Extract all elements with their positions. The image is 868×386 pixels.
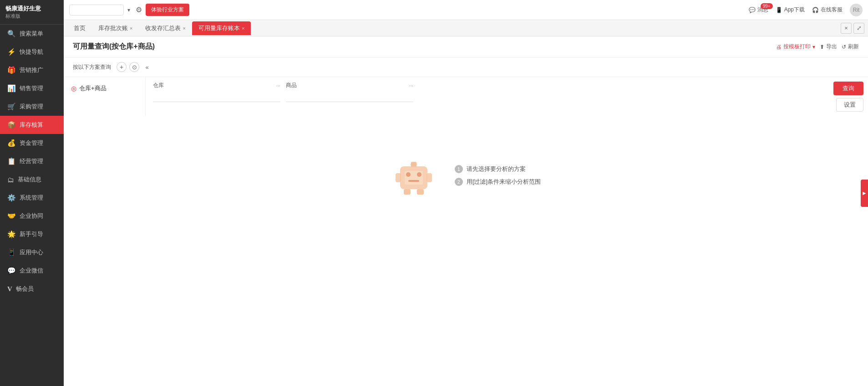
content-area: 可用量查询(按仓库+商品) 🖨 按模板打印 ▾ ⬆ 导出 ↺ 刷新 按以下方案 — [64, 36, 868, 386]
box-icon: 📦 — [7, 121, 16, 129]
sidebar-item-inventory[interactable]: 📦 库存核算 — [0, 116, 64, 134]
export-button[interactable]: ⬆ 导出 — [820, 43, 837, 51]
message-badge: 99+ — [761, 3, 773, 9]
query-filters: 仓库 ··· 商品 ··· — [146, 77, 829, 116]
filter-field-product: 商品 ··· — [286, 82, 413, 102]
query-button[interactable]: 查询 — [833, 82, 863, 95]
topbar-gear-icon[interactable]: ⚙ — [136, 5, 142, 14]
sidebar-item-label: 采购管理 — [20, 103, 43, 111]
sidebar-item-sales[interactable]: 📊 销售管理 — [0, 79, 64, 98]
sidebar-item-corpcollab[interactable]: 🤝 企业协同 — [0, 207, 64, 225]
mobile-icon: 📱 — [7, 248, 16, 257]
dropdown-icon[interactable]: ▾ — [126, 7, 132, 13]
message-icon: 💬 — [749, 7, 756, 13]
app-download-item[interactable]: 📱 App下载 — [776, 6, 805, 14]
tip-num-1: 1 — [455, 165, 463, 173]
sidebar-item-corpwechat[interactable]: 💬 企业微信 — [0, 262, 64, 280]
tab-available-ledger-close[interactable]: × — [242, 26, 244, 31]
empty-illustration — [391, 153, 437, 198]
warehouse-more[interactable]: ··· — [276, 83, 280, 88]
clipboard-icon: 📋 — [7, 157, 16, 165]
logo-sub: 标准版 — [5, 13, 58, 20]
expand-tab-button[interactable]: ⤢ — [853, 23, 864, 34]
product-more[interactable]: ··· — [409, 83, 413, 88]
sidebar-item-label: 经营管理 — [20, 157, 43, 165]
app-download-label: App下载 — [784, 6, 805, 14]
chat-icon: 💬 — [7, 267, 16, 275]
tab-available-ledger-label: 可用量库存账本 — [198, 24, 240, 32]
user-avatar[interactable]: Rit — [850, 4, 863, 16]
sidebar-item-label: 库存核算 — [20, 121, 43, 129]
tab-home[interactable]: 首页 — [67, 21, 92, 35]
tip-num-2: 2 — [455, 178, 463, 186]
sidebar-item-label: 系统管理 — [20, 194, 43, 202]
shortcut-icon: ⚡ — [7, 48, 16, 56]
tab-receipt-summary-label: 收发存汇总表 — [145, 24, 181, 32]
scheme-item-warehouse-product[interactable]: ◎ 仓库+商品 — [64, 81, 145, 96]
sidebar-item-operations[interactable]: 📋 经营管理 — [0, 152, 64, 170]
sidebar-item-finance[interactable]: 💰 资金管理 — [0, 134, 64, 152]
tab-receipt-summary[interactable]: 收发存汇总表 × — [139, 21, 192, 35]
tab-batch-account-close[interactable]: × — [130, 26, 132, 31]
sidebar-item-system[interactable]: ⚙️ 系统管理 — [0, 189, 64, 207]
topbar-search-input[interactable] — [69, 5, 124, 15]
filter-add-button[interactable]: + — [117, 62, 127, 72]
industry-solution-button[interactable]: 体验行业方案 — [146, 4, 189, 16]
sidebar: 畅康通好生意 标准版 🔍 搜索菜单 ⚡ 快捷导航 🎁 营销推广 📊 销售管理 🛒… — [0, 0, 64, 386]
sidebar-item-vip[interactable]: V 畅会员 — [0, 280, 64, 298]
filter-actions: + ⊙ « — [117, 62, 152, 72]
tab-available-ledger[interactable]: 可用量库存账本 × — [192, 21, 251, 35]
page-title: 可用量查询(按仓库+商品) — [73, 42, 155, 51]
sidebar-item-label: 搜索菜单 — [20, 30, 43, 38]
template-print-button[interactable]: 🖨 按模板打印 ▾ — [776, 43, 815, 51]
warehouse-label: 仓库 — [153, 82, 164, 89]
scheme-list: ◎ 仓库+商品 — [64, 77, 146, 116]
gift-icon: 🎁 — [7, 66, 16, 74]
tabs-controls: × ⤢ — [841, 23, 864, 34]
sidebar-item-purchase[interactable]: 🛒 采购管理 — [0, 98, 64, 116]
message-item[interactable]: 💬 消息 99+ — [749, 6, 768, 14]
handshake-icon: 🤝 — [7, 212, 16, 220]
right-toggle-button[interactable]: ▶ — [861, 180, 868, 207]
scheme-item-label: 仓库+商品 — [79, 84, 107, 93]
svg-point-3 — [417, 172, 421, 177]
sidebar-item-label: 营销推广 — [20, 66, 43, 74]
phone-icon: 📱 — [776, 7, 782, 13]
filter-collapse-button[interactable]: « — [142, 62, 152, 72]
sidebar-item-search[interactable]: 🔍 搜索菜单 — [0, 25, 64, 43]
sidebar-item-label: 企业协同 — [20, 212, 43, 220]
sidebar-item-appcenter[interactable]: 📱 应用中心 — [0, 243, 64, 262]
topbar: ▾ ⚙ 体验行业方案 💬 消息 99+ 📱 App下载 🎧 在线客服 Rit — [64, 0, 868, 20]
page-header: 可用量查询(按仓库+商品) 🖨 按模板打印 ▾ ⬆ 导出 ↺ 刷新 — [64, 36, 868, 57]
refresh-button[interactable]: ↺ 刷新 — [842, 43, 859, 51]
empty-tips: 1 请先选择要分析的方案 2 用[过滤]条件来缩小分析范围 — [455, 165, 541, 186]
tab-batch-account[interactable]: 库存批次账 × — [92, 21, 139, 35]
empty-state: 1 请先选择要分析的方案 2 用[过滤]条件来缩小分析范围 — [64, 116, 868, 235]
online-service-item[interactable]: 🎧 在线客服 — [812, 6, 843, 14]
tab-receipt-summary-close[interactable]: × — [183, 26, 185, 31]
settings-button[interactable]: 设置 — [836, 98, 863, 112]
product-input[interactable] — [286, 91, 413, 102]
sidebar-item-newguide[interactable]: 🌟 新手引导 — [0, 225, 64, 243]
right-toggle-icon: ▶ — [863, 190, 866, 196]
svg-rect-8 — [404, 189, 411, 195]
empty-tip-2: 2 用[过滤]条件来缩小分析范围 — [455, 178, 541, 186]
sidebar-item-label: 畅会员 — [16, 285, 34, 293]
sidebar-logo: 畅康通好生意 标准版 — [0, 0, 64, 25]
export-icon: ⬆ — [820, 44, 824, 50]
user-name: Rit — [853, 7, 860, 13]
filter-setting-button[interactable]: ⊙ — [129, 62, 139, 72]
topbar-search-area: ▾ — [69, 5, 132, 15]
tip-text-1: 请先选择要分析的方案 — [467, 165, 526, 173]
tab-home-label: 首页 — [74, 24, 86, 32]
topbar-right: 💬 消息 99+ 📱 App下载 🎧 在线客服 Rit — [749, 4, 863, 16]
close-tab-button[interactable]: × — [841, 23, 852, 34]
empty-tip-1: 1 请先选择要分析的方案 — [455, 165, 541, 173]
sidebar-item-marketing[interactable]: 🎁 营销推广 — [0, 61, 64, 79]
filter-row: 按以下方案查询 + ⊙ « — [64, 57, 868, 77]
sidebar-item-basicinfo[interactable]: 🗂 基础信息 — [0, 170, 64, 189]
refresh-icon: ↺ — [842, 44, 846, 50]
warehouse-input[interactable] — [153, 91, 280, 102]
sidebar-item-shortcut[interactable]: ⚡ 快捷导航 — [0, 43, 64, 61]
chevron-down-icon: ▾ — [812, 44, 815, 50]
